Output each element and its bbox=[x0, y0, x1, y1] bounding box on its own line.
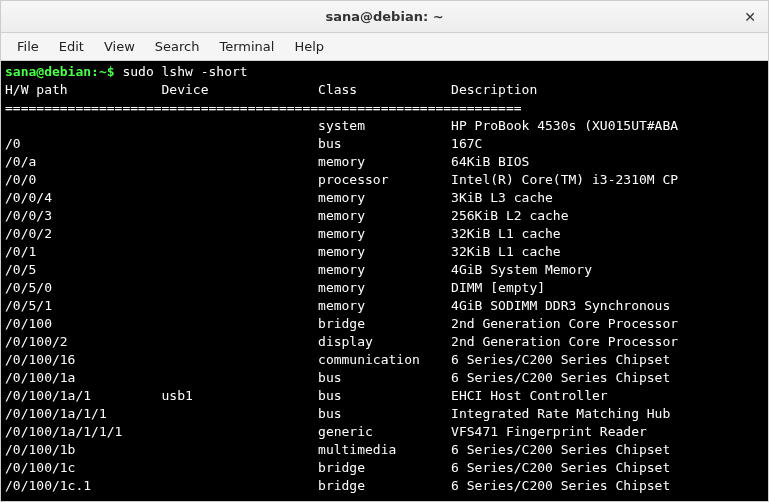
prompt-dollar: $ bbox=[107, 64, 115, 79]
menu-edit[interactable]: Edit bbox=[49, 35, 94, 58]
terminal-window: sana@debian: ~ ✕ File Edit View Search T… bbox=[0, 0, 769, 502]
table-row: /0/0/2 memory 32KiB L1 cache bbox=[5, 225, 764, 243]
terminal-output[interactable]: sana@debian:~$ sudo lshw -shortH/W path … bbox=[1, 61, 768, 501]
menu-help[interactable]: Help bbox=[284, 35, 334, 58]
prompt-path: ~ bbox=[99, 64, 107, 79]
table-row: /0/0 processor Intel(R) Core(TM) i3-2310… bbox=[5, 171, 764, 189]
table-row: /0/1 memory 32KiB L1 cache bbox=[5, 243, 764, 261]
table-row: /0/100/16 communication 6 Series/C200 Se… bbox=[5, 351, 764, 369]
menu-view[interactable]: View bbox=[94, 35, 145, 58]
table-row: system HP ProBook 4530s (XU015UT#ABA bbox=[5, 117, 764, 135]
table-row: /0/0/4 memory 3KiB L3 cache bbox=[5, 189, 764, 207]
table-row: /0/100/1a/1/1 bus Integrated Rate Matchi… bbox=[5, 405, 764, 423]
table-row: /0/100/1a/1 usb1 bus EHCI Host Controlle… bbox=[5, 387, 764, 405]
table-header: H/W path Device Class Description bbox=[5, 81, 764, 99]
table-row: /0/100/1c.1 bridge 6 Series/C200 Series … bbox=[5, 477, 764, 495]
prompt-user: sana@debian bbox=[5, 64, 91, 79]
command-text: sudo lshw -short bbox=[115, 64, 248, 79]
close-icon[interactable]: ✕ bbox=[740, 7, 760, 27]
table-row: /0/5/1 memory 4GiB SODIMM DDR3 Synchrono… bbox=[5, 297, 764, 315]
table-row: /0/100/2 display 2nd Generation Core Pro… bbox=[5, 333, 764, 351]
menubar: File Edit View Search Terminal Help bbox=[1, 33, 768, 61]
header-rule: ========================================… bbox=[5, 99, 764, 117]
titlebar: sana@debian: ~ ✕ bbox=[1, 1, 768, 33]
table-row: /0/100/1a/1/1/1 generic VFS471 Fingerpri… bbox=[5, 423, 764, 441]
table-row: /0/5 memory 4GiB System Memory bbox=[5, 261, 764, 279]
table-row: /0/5/0 memory DIMM [empty] bbox=[5, 279, 764, 297]
table-row: /0/100/1b multimedia 6 Series/C200 Serie… bbox=[5, 441, 764, 459]
table-row: /0/100 bridge 2nd Generation Core Proces… bbox=[5, 315, 764, 333]
table-row: /0/a memory 64KiB BIOS bbox=[5, 153, 764, 171]
menu-file[interactable]: File bbox=[7, 35, 49, 58]
window-title: sana@debian: ~ bbox=[325, 9, 443, 24]
table-row: /0 bus 167C bbox=[5, 135, 764, 153]
prompt-line: sana@debian:~$ sudo lshw -short bbox=[5, 63, 764, 81]
menu-terminal[interactable]: Terminal bbox=[209, 35, 284, 58]
table-row: /0/100/1a bus 6 Series/C200 Series Chips… bbox=[5, 369, 764, 387]
prompt-sep: : bbox=[91, 64, 99, 79]
menu-search[interactable]: Search bbox=[145, 35, 210, 58]
table-row: /0/100/1c bridge 6 Series/C200 Series Ch… bbox=[5, 459, 764, 477]
table-row: /0/0/3 memory 256KiB L2 cache bbox=[5, 207, 764, 225]
